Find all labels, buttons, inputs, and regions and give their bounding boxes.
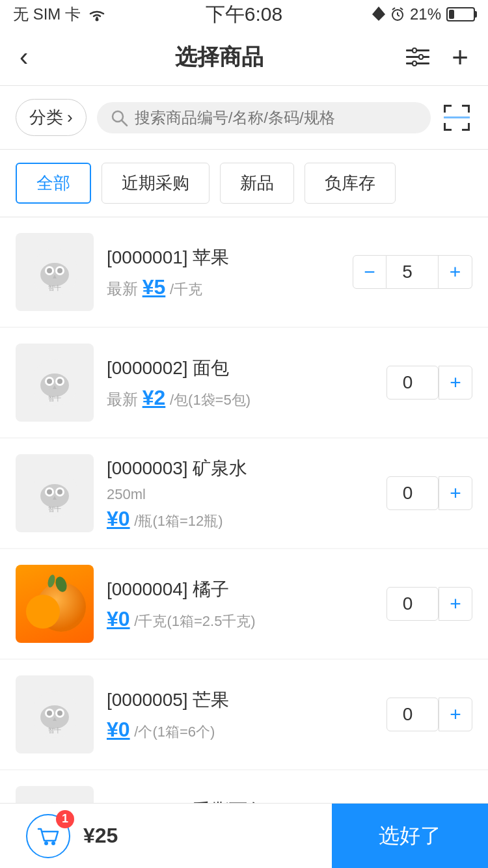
filter-bar: 分类 › xyxy=(0,86,488,150)
product-item: 智十 [0000001] 苹果 最新 ¥5 /千克 − + xyxy=(0,217,488,327)
add-button[interactable]: + xyxy=(452,43,468,72)
qty-control: + xyxy=(386,587,472,621)
status-time: 下午6:08 xyxy=(206,1,282,28)
owl-logo: 智十 xyxy=(29,246,81,298)
confirm-button[interactable]: 选好了 xyxy=(332,804,488,868)
nav-bar: ‹ 选择商品 + xyxy=(0,29,488,86)
cart-icon xyxy=(36,824,61,848)
svg-point-35 xyxy=(47,379,52,384)
svg-rect-6 xyxy=(406,49,429,51)
product-list: 智十 [0000001] 苹果 最新 ¥5 /千克 − + xyxy=(0,217,488,868)
svg-point-43 xyxy=(47,489,52,495)
svg-rect-15 xyxy=(444,105,446,113)
svg-rect-9 xyxy=(413,48,416,53)
qty-control: + xyxy=(386,366,472,400)
svg-text:智十: 智十 xyxy=(48,727,61,734)
qty-plus-button[interactable]: + xyxy=(439,587,472,621)
wifi-icon xyxy=(87,7,107,21)
product-item: 智十 [0000002] 面包 最新 ¥2 /包(1袋=5包) + xyxy=(0,328,488,437)
product-name: [0000004] 橘子 xyxy=(107,577,373,602)
product-price: ¥0 /个(1箱=6个) xyxy=(107,718,373,742)
filter-icon xyxy=(403,43,432,72)
chevron-right-icon: › xyxy=(67,107,73,128)
product-thumb-orange xyxy=(16,565,94,643)
qty-minus-button[interactable]: − xyxy=(353,255,386,289)
svg-rect-10 xyxy=(419,55,423,59)
status-bar: 无 SIM 卡 下午6:08 21% xyxy=(0,0,488,29)
product-spec: 250ml xyxy=(107,486,373,503)
search-icon xyxy=(110,109,128,127)
product-info: [0000001] 苹果 最新 ¥5 /千克 xyxy=(107,245,340,299)
svg-point-44 xyxy=(57,489,62,495)
tab-negative[interactable]: 负库存 xyxy=(305,163,396,204)
owl-logo: 智十 xyxy=(29,688,81,740)
cart-badge: 1 xyxy=(56,810,74,828)
svg-text:智十: 智十 xyxy=(48,284,61,292)
category-button[interactable]: 分类 › xyxy=(16,99,87,136)
tab-recent[interactable]: 近期采购 xyxy=(102,163,210,204)
svg-rect-11 xyxy=(413,61,416,66)
qty-control: + xyxy=(386,698,472,731)
svg-point-36 xyxy=(57,379,62,384)
search-input[interactable] xyxy=(135,109,418,127)
product-name: [0000002] 面包 xyxy=(107,356,373,381)
product-price: ¥0 /千克(1箱=2.5千克) xyxy=(107,607,373,631)
product-price: ¥0 /瓶(1箱=12瓶) xyxy=(107,507,373,531)
qty-plus-button[interactable]: + xyxy=(439,698,472,731)
svg-rect-7 xyxy=(406,56,429,58)
product-name: [0000001] 苹果 xyxy=(107,245,340,270)
qty-control: + xyxy=(386,476,472,510)
cart-icon-wrap[interactable]: 1 xyxy=(26,814,70,858)
qty-input[interactable] xyxy=(386,476,439,510)
svg-text:智十: 智十 xyxy=(48,506,61,513)
cart-total: ¥25 xyxy=(83,824,118,848)
scan-button[interactable] xyxy=(441,102,472,133)
product-info: [0000005] 芒果 ¥0 /个(1箱=6个) xyxy=(107,688,373,742)
svg-line-13 xyxy=(122,120,127,126)
svg-rect-17 xyxy=(468,105,470,113)
search-wrap xyxy=(97,102,431,133)
status-left: 无 SIM 卡 xyxy=(13,4,107,25)
svg-text:智十: 智十 xyxy=(48,395,61,402)
tab-new[interactable]: 新品 xyxy=(220,163,294,204)
product-thumb: 智十 xyxy=(16,233,94,311)
product-item: 智十 [0000003] 矿泉水 250ml ¥0 /瓶(1箱=12瓶) + xyxy=(0,439,488,548)
qty-input[interactable] xyxy=(386,366,439,400)
qty-plus-button[interactable]: + xyxy=(439,366,472,400)
svg-rect-21 xyxy=(468,123,470,131)
product-price: 最新 ¥5 /千克 xyxy=(107,275,340,299)
tab-all[interactable]: 全部 xyxy=(16,163,91,204)
alarm-icon xyxy=(390,7,405,21)
product-name: [0000003] 矿泉水 xyxy=(107,456,373,481)
svg-point-77 xyxy=(51,841,55,845)
svg-line-4 xyxy=(392,8,395,10)
back-button[interactable]: ‹ xyxy=(20,42,34,72)
nav-actions: + xyxy=(403,43,468,72)
svg-rect-22 xyxy=(444,116,470,118)
tab-bar: 全部 近期采购 新品 负库存 xyxy=(0,150,488,217)
owl-logo: 智十 xyxy=(29,467,81,519)
qty-plus-button[interactable]: + xyxy=(439,476,472,510)
svg-line-5 xyxy=(400,8,403,10)
location-icon xyxy=(372,7,385,22)
product-info: [0000002] 面包 最新 ¥2 /包(1袋=5包) xyxy=(107,356,373,410)
product-thumb: 智十 xyxy=(16,454,94,532)
svg-line-3 xyxy=(398,15,400,16)
svg-rect-19 xyxy=(444,123,446,131)
qty-input[interactable] xyxy=(386,698,439,731)
cart-area: 1 ¥25 xyxy=(0,814,332,858)
filter-button[interactable] xyxy=(403,43,432,72)
battery-icon xyxy=(446,7,475,21)
orange-image xyxy=(16,565,94,643)
product-item: 智十 [0000005] 芒果 ¥0 /个(1箱=6个) + xyxy=(0,660,488,769)
battery-percent: 21% xyxy=(410,5,441,23)
svg-point-56 xyxy=(47,711,52,716)
svg-point-27 xyxy=(47,268,52,273)
bottom-bar: 1 ¥25 选好了 xyxy=(0,803,488,868)
product-price: 最新 ¥2 /包(1袋=5包) xyxy=(107,386,373,410)
svg-point-28 xyxy=(57,268,62,273)
qty-input[interactable] xyxy=(386,255,439,289)
qty-input[interactable] xyxy=(386,587,439,621)
qty-control: − + xyxy=(353,255,472,289)
qty-plus-button[interactable]: + xyxy=(439,255,472,289)
